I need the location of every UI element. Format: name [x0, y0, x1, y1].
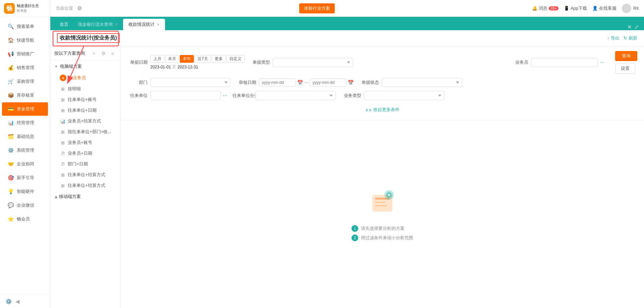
sidebar-item-quick-nav[interactable]: 🏠 快捷导航	[2, 34, 48, 47]
receipt-stats-tab-label: 收款情况统计	[128, 21, 155, 28]
scheme-group-mobile-header[interactable]: ▶ 移动端方案	[50, 191, 120, 202]
scheme-item-staff-account[interactable]: ⊞ 业务员+账号	[50, 137, 120, 148]
filter-item-biz-type: 业务类型	[341, 91, 444, 100]
partner-dept-income-icon: ⊞	[60, 129, 66, 135]
sidebar-item-guide[interactable]: 🎯 新手引导	[2, 171, 48, 185]
partner-class-select[interactable]	[255, 91, 336, 100]
review-date-input-group: 📅 — 📅	[259, 79, 354, 87]
sidebar-item-warehouse[interactable]: 📦 库存核算	[2, 89, 48, 102]
review-date-to-input[interactable]	[310, 79, 346, 87]
calendar-from-icon[interactable]: 📅	[297, 80, 303, 85]
sidebar-item-enterprise[interactable]: 🤝 企业协同	[2, 157, 48, 171]
scheme-setting-btn[interactable]: ⚙	[100, 50, 107, 57]
trial-btn[interactable]: 体验行业方案	[299, 3, 335, 13]
tab-bar: 首页 现金银行流水查询 ✕ 收款情况统计 ✕ ✕ ⤢	[50, 17, 644, 30]
scheme-item-dept-date-label: 部门+日期	[68, 161, 88, 167]
tab-receipt-stats-close[interactable]: ✕	[157, 22, 160, 27]
sidebar-item-system[interactable]: ⚙️ 系统管理	[2, 144, 48, 157]
scheme-group-pc-header[interactable]: ▼ 电脑端方案	[50, 61, 120, 72]
date-quick-btns: 上月 本月 本年 近7天 更多 自定义	[150, 55, 245, 63]
query-btn[interactable]: 查询	[615, 51, 637, 61]
sidebar-item-member[interactable]: ⭐ 畅会员	[2, 212, 48, 226]
biz-type-select[interactable]	[364, 91, 444, 100]
scheme-item-by-detail[interactable]: ⊞ 按明细	[50, 84, 120, 94]
staff-input[interactable]	[531, 58, 598, 67]
filter-row-3: 往来单位 ··· 往来单位分类	[127, 91, 637, 100]
settings-footer-icon[interactable]: ⚙️	[5, 298, 12, 305]
staff-settle-icon: 📊	[60, 118, 66, 124]
date-to-label: 至	[172, 64, 176, 70]
calendar-to-icon[interactable]: 📅	[348, 80, 354, 85]
scheme-panel-header: 按以下方案查询 + ⚙ «	[50, 46, 120, 61]
scheme-item-staff-date-label: 业务员+日期	[68, 150, 92, 156]
doc-type-select[interactable]	[273, 58, 353, 67]
logo-icon: 畅	[4, 3, 15, 14]
notification-label: 消息	[539, 5, 547, 11]
date-this-year-btn[interactable]: 本年	[180, 55, 194, 63]
enterprise-icon: 🤝	[7, 161, 14, 167]
date-last-month-btn[interactable]: 上月	[150, 55, 164, 63]
sidebar-item-finance[interactable]: 💳 资金管理	[2, 102, 48, 116]
service-icon: 👤	[592, 6, 598, 11]
date-more-btn[interactable]: 更多	[212, 55, 226, 63]
refresh-btn[interactable]: ↻ 刷新	[624, 35, 637, 41]
sidebar-item-search[interactable]: 🔍 搜索菜单	[2, 20, 48, 33]
notification-btn[interactable]: 🔔 消息 99+	[532, 5, 558, 11]
sidebar-item-operations[interactable]: 📊 经营管理	[2, 116, 48, 130]
filter-setting-btn[interactable]: 设置	[615, 63, 635, 74]
sidebar-item-marketing[interactable]: 📢 营销推广	[2, 47, 48, 61]
app-download-btn[interactable]: 📱 App下载	[564, 5, 587, 11]
user-area[interactable]: Rit	[622, 4, 639, 13]
page-content: 收款情况统计(按业务员) ↑ 导出 ↻ 刷新 按以下方	[50, 30, 644, 308]
export-btn[interactable]: ↑ 导出	[607, 35, 620, 41]
scheme-item-staff-settle[interactable]: 📊 业务员+结算方式	[50, 116, 120, 126]
sidebar-item-wechat[interactable]: 💬 企业微信	[2, 199, 48, 212]
filter-item-staff: 业务员 ···	[508, 58, 604, 67]
sidebar-item-basic[interactable]: 🗂️ 基础信息	[2, 130, 48, 143]
collapse-up-icon: ∧∧	[365, 107, 372, 112]
tab-home[interactable]: 首页	[56, 19, 72, 30]
scheme-item-partner-dept-income[interactable]: ⊞ 按往来单位+部门+收...	[50, 126, 120, 137]
sidebar-item-purchase[interactable]: 🛒 采购管理	[2, 75, 48, 88]
date-7days-btn[interactable]: 近7天	[195, 55, 211, 63]
staff-more-icon[interactable]: ···	[600, 59, 604, 65]
collapse-sidebar-icon[interactable]: ◀	[15, 298, 19, 305]
refresh-icon: ↻	[624, 36, 627, 41]
sidebar-item-hardware[interactable]: 💡 智能硬件	[2, 185, 48, 198]
review-date-from-input[interactable]	[259, 79, 296, 87]
collapse-scheme-btn[interactable]: «	[109, 50, 116, 57]
page-title-bar: 收款情况统计(按业务员) ↑ 导出 ↻ 刷新	[50, 30, 644, 46]
scheme-item-partner-settle1[interactable]: ⊞ 往来单位+结算方式	[50, 169, 120, 180]
add-scheme-btn[interactable]: +	[90, 50, 98, 57]
sidebar-item-sales[interactable]: 💰 销售管理	[2, 61, 48, 74]
scheme-item-dept-date[interactable]: ⏱ 部门+日期	[50, 159, 120, 169]
export-icon: ↑	[607, 36, 610, 41]
tab-bank-flow[interactable]: 现金银行流水查询 ✕	[72, 19, 123, 30]
filter-item-partner-class: 往来单位分类	[232, 91, 336, 100]
partner-more-icon[interactable]: ···	[223, 93, 227, 99]
doc-status-select[interactable]	[382, 78, 462, 87]
tab-bank-flow-close[interactable]: ✕	[115, 22, 118, 27]
tab-bar-right: ✕ ⤢	[627, 24, 639, 30]
user-avatar	[622, 4, 631, 13]
tab-close-all-icon[interactable]: ✕	[627, 24, 632, 30]
online-service-btn[interactable]: 👤 在线客服	[592, 5, 616, 11]
tab-receipt-stats[interactable]: 收款情况统计 ✕	[123, 19, 165, 30]
collapse-filter-btn[interactable]: ∧∧ 收起更多条件	[127, 104, 637, 115]
scheme-item-staff-date[interactable]: ⏱ 业务员+日期	[50, 148, 120, 159]
biz-type-label: 业务类型	[341, 93, 361, 99]
header-gear-icon[interactable]: ⚙	[77, 5, 82, 11]
scheme-item-partner-account[interactable]: ⊞ 往来单位+账号	[50, 94, 120, 105]
date-custom-btn[interactable]: 自定义	[226, 55, 245, 63]
empty-tip-2-text: 用过滤条件来缩小分析范围	[361, 235, 413, 241]
partner-input[interactable]	[150, 91, 221, 100]
collapse-filter-label: 收起更多条件	[373, 107, 399, 113]
scheme-item-by-staff[interactable]: ● 按业务员	[50, 72, 120, 84]
dept-label: 部门	[127, 80, 148, 86]
tab-maximize-icon[interactable]: ⤢	[634, 24, 639, 30]
scheme-item-partner-date[interactable]: ⊞ 往来单位+日期	[50, 105, 120, 116]
scheme-item-partner-settle2[interactable]: ⊞ 往来单位+结算方式	[50, 180, 120, 191]
dept-select[interactable]	[150, 78, 231, 87]
detail-icon: ⊞	[60, 86, 66, 92]
date-this-month-btn[interactable]: 本月	[165, 55, 179, 63]
